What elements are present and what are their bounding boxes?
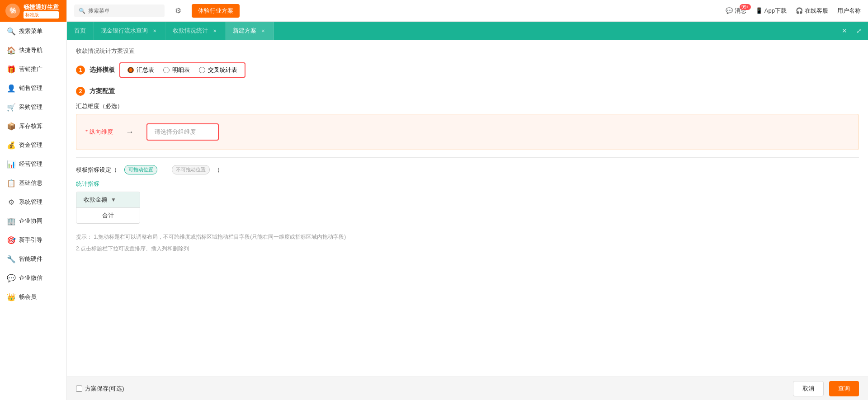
sidebar-item-operations[interactable]: 📊 经营管理 bbox=[0, 155, 66, 174]
indicator-table-header[interactable]: 收款金额 ▼ bbox=[76, 192, 140, 208]
sidebar-item-enterprise[interactable]: 🏢 企业协同 bbox=[0, 212, 66, 231]
search-input[interactable] bbox=[88, 8, 160, 14]
sidebar-label-search: 搜索菜单 bbox=[19, 27, 42, 35]
gift-icon: 🎁 bbox=[7, 65, 15, 73]
tabbar: 首页 现金银行流水查询 ✕ 收款情况统计 ✕ 新建方案 ✕ ✕ ⤢ bbox=[67, 22, 868, 40]
crown-icon: 👑 bbox=[7, 293, 15, 301]
section-title-2: 方案配置 bbox=[90, 87, 115, 95]
save-label[interactable]: 方案保存(可选) bbox=[85, 385, 124, 393]
topbar-right: 💬 消息 99+ 📱 App下载 🎧 在线客服 用户名称 bbox=[726, 7, 861, 15]
template-options-box: 汇总表 明细表 交叉统计表 bbox=[119, 62, 245, 78]
service-icon: 🎧 bbox=[796, 7, 803, 14]
hardware-icon: 🔧 bbox=[7, 255, 15, 263]
cart-icon: 🛒 bbox=[7, 103, 15, 111]
gear-icon: ⚙ bbox=[7, 198, 15, 206]
sidebar-label-purchase: 采购管理 bbox=[19, 103, 42, 111]
save-option: 方案保存(可选) bbox=[76, 385, 124, 393]
radio-summary[interactable]: 汇总表 bbox=[127, 66, 154, 74]
sidebar-label-wechat: 企业微信 bbox=[19, 274, 42, 282]
sidebar-item-finance[interactable]: 💰 资金管理 bbox=[0, 136, 66, 155]
section-config: 2 方案配置 汇总维度（必选） * 纵向维度 → 请选择分组维度 模板指标设定（… bbox=[76, 87, 859, 254]
topbar-download[interactable]: 📱 App下载 bbox=[755, 7, 787, 15]
radio-detail[interactable]: 明细表 bbox=[163, 66, 190, 74]
chart-icon: 📊 bbox=[7, 160, 15, 168]
user-icon: 👤 bbox=[7, 84, 15, 92]
download-label: App下载 bbox=[764, 7, 787, 15]
topbar-service[interactable]: 🎧 在线客服 bbox=[796, 7, 828, 15]
sidebar-label-sales: 销售管理 bbox=[19, 84, 42, 92]
dimension-select[interactable]: 请选择分组维度 bbox=[146, 123, 219, 141]
guide-icon: 🎯 bbox=[7, 236, 15, 244]
indicator-settings: 模板指标设定（ 可拖动位置 不可拖动位置 ） 统计指标 收款金额 ▼ 合计 bbox=[76, 165, 859, 225]
dimension-heading: 汇总维度（必选） bbox=[76, 102, 859, 110]
vertical-dim-label: * 纵向维度 bbox=[85, 128, 113, 136]
sidebar-label-basic-info: 基础信息 bbox=[19, 179, 42, 187]
radio-cross-input[interactable] bbox=[199, 67, 205, 73]
sidebar-label-system: 系统管理 bbox=[19, 198, 42, 206]
sidebar-item-marketing[interactable]: 🎁 营销推广 bbox=[0, 60, 66, 79]
divider-1 bbox=[76, 157, 859, 158]
dimension-area: * 纵向维度 → 请选择分组维度 bbox=[76, 114, 859, 150]
chevron-down-icon[interactable]: ▼ bbox=[111, 197, 116, 203]
save-checkbox[interactable] bbox=[76, 386, 82, 392]
sidebar-item-system[interactable]: ⚙ 系统管理 bbox=[0, 193, 66, 212]
search-box[interactable]: 🔍 bbox=[74, 5, 165, 17]
tip-1: 提示： 1.拖动标题栏可以调整布局，不可跨维度或指标区域拖动栏目字段(只能在同一… bbox=[76, 232, 859, 242]
sidebar-item-sales[interactable]: 👤 销售管理 bbox=[0, 79, 66, 98]
money-icon: 💰 bbox=[7, 141, 15, 149]
tab-home[interactable]: 首页 bbox=[67, 22, 94, 40]
section-title-1: 选择模板 bbox=[90, 66, 115, 74]
expand-icon[interactable]: ⤢ bbox=[854, 25, 864, 36]
sidebar-item-nav[interactable]: 🏠 快捷导航 bbox=[0, 41, 66, 60]
sidebar-item-inventory[interactable]: 📦 库存核算 bbox=[0, 117, 66, 136]
tab-new-scheme[interactable]: 新建方案 ✕ bbox=[226, 22, 274, 40]
radio-cross-label: 交叉统计表 bbox=[208, 66, 237, 74]
search-icon-topbar: 🔍 bbox=[79, 8, 85, 14]
section-num-2: 2 bbox=[76, 87, 85, 96]
close-tab-icon[interactable]: ✕ bbox=[839, 25, 850, 36]
indicator-col-header: 收款金额 bbox=[84, 196, 107, 204]
sidebar-item-hardware[interactable]: 🔧 智能硬件 bbox=[0, 249, 66, 268]
sidebar-item-search[interactable]: 🔍 搜索菜单 bbox=[0, 22, 66, 41]
tab-cashflow[interactable]: 现金银行流水查询 ✕ bbox=[94, 22, 165, 40]
section-num-1: 1 bbox=[76, 66, 85, 75]
trial-btn[interactable]: 体验行业方案 bbox=[192, 4, 240, 18]
sidebar-item-purchase[interactable]: 🛒 采购管理 bbox=[0, 98, 66, 117]
indicator-settings-label: 模板指标设定（ bbox=[76, 166, 117, 174]
radio-summary-input[interactable] bbox=[127, 67, 134, 73]
tab-home-label: 首页 bbox=[74, 27, 86, 35]
cancel-button[interactable]: 取消 bbox=[793, 381, 824, 396]
sidebar-item-wechat[interactable]: 💬 企业微信 bbox=[0, 268, 66, 287]
sidebar-item-basic-info[interactable]: 📋 基础信息 bbox=[0, 174, 66, 193]
tab-receivables-close[interactable]: ✕ bbox=[212, 28, 218, 34]
tab-receivables[interactable]: 收款情况统计 ✕ bbox=[165, 22, 226, 40]
tab-receivables-label: 收款情况统计 bbox=[173, 27, 208, 35]
tips-area: 提示： 1.拖动标题栏可以调整布局，不可跨维度或指标区域拖动栏目字段(只能在同一… bbox=[76, 232, 859, 254]
radio-summary-label: 汇总表 bbox=[137, 66, 154, 74]
sidebar-item-member[interactable]: 👑 畅会员 bbox=[0, 287, 66, 306]
logo-icon: 畅 bbox=[5, 4, 20, 18]
sidebar-label-inventory: 库存核算 bbox=[19, 122, 42, 130]
draggable-badge: 可拖动位置 bbox=[124, 165, 157, 174]
arrow-icon: → bbox=[126, 127, 134, 137]
tab-new-scheme-close[interactable]: ✕ bbox=[260, 28, 266, 34]
home-icon: 🏠 bbox=[7, 46, 15, 54]
indicator-table: 收款金额 ▼ 合计 bbox=[76, 192, 140, 224]
topbar-messages[interactable]: 💬 消息 99+ bbox=[726, 7, 746, 15]
tabbar-actions: ✕ ⤢ bbox=[835, 22, 868, 40]
settings-icon[interactable]: ⚙ bbox=[172, 5, 184, 17]
footer-actions: 取消 查询 bbox=[793, 381, 859, 396]
non-draggable-badge: 不可拖动位置 bbox=[172, 165, 210, 174]
radio-detail-label: 明细表 bbox=[172, 66, 190, 74]
radio-cross[interactable]: 交叉统计表 bbox=[199, 66, 237, 74]
tab-cashflow-close[interactable]: ✕ bbox=[151, 28, 158, 34]
sidebar-logo: 畅 畅捷通好生意 标准版 bbox=[0, 0, 66, 22]
sidebar-item-guide[interactable]: 🎯 新手引导 bbox=[0, 231, 66, 249]
topbar-user[interactable]: 用户名称 bbox=[837, 7, 861, 15]
page-content: 收款情况统计方案设置 1 选择模板 汇总表 明细表 bbox=[67, 40, 868, 376]
radio-detail-input[interactable] bbox=[163, 67, 170, 73]
user-name: 用户名称 bbox=[837, 7, 861, 15]
sidebar-label-hardware: 智能硬件 bbox=[19, 255, 42, 263]
query-button[interactable]: 查询 bbox=[829, 381, 859, 396]
clipboard-icon: 📋 bbox=[7, 179, 15, 187]
